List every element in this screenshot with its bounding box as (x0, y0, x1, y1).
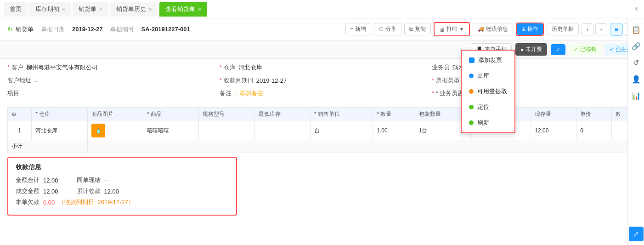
tab-check-sales[interactable]: 查看销货单 × (159, 2, 207, 17)
cumulative-value: 12.00 (104, 188, 119, 195)
sidebar-user-icon[interactable]: 👤 (629, 72, 644, 86)
transaction-value: 12.00 (43, 188, 58, 195)
payment-title: 收款信息 (16, 163, 229, 171)
confirm-icon: ✓ (556, 46, 560, 53)
sidebar-expand-icon[interactable]: ⤢ (629, 227, 644, 241)
tab-close-check[interactable]: × (198, 6, 201, 12)
print-dropdown-icon: ▼ (459, 27, 464, 32)
th-qty: * 数量 (373, 108, 415, 121)
salesperson-label: 业务员 (432, 63, 450, 72)
effective-icon: ✓ (610, 46, 614, 52)
addr-value: -- (34, 77, 38, 84)
right-sidebar: 📋 🔗 ↺ 👤 📊 ⤢ (627, 18, 644, 245)
doc-title: ↻ 销货单 (7, 25, 34, 34)
tab-inventory-init[interactable]: 库存期初 × (29, 2, 71, 17)
invoice-icon (469, 57, 475, 63)
same-order-label: 同单现结 (77, 176, 101, 184)
window-close-button[interactable]: × (633, 3, 640, 15)
date-value: 2019-12-27 (72, 26, 103, 33)
th-warehouse: * 仓库 (32, 108, 87, 121)
note-label: 备注 (220, 89, 232, 97)
payment-date-value: 2019-12-27 (256, 77, 287, 84)
customer-label: 客户 (7, 63, 23, 72)
customer-field: 客户 柳州粤港平安气体有限公司 (7, 63, 212, 72)
sidebar-copy-icon[interactable]: 📋 (629, 22, 644, 37)
row-stock: 12.00 (531, 121, 576, 140)
dropdown-available-qty[interactable]: 可用量提取 (462, 84, 514, 99)
ticket-type-label: 票据类型 (432, 76, 460, 85)
dropdown-locate[interactable]: 定位 (462, 99, 514, 115)
project-value: -- (22, 90, 26, 97)
next-button[interactable]: › (595, 23, 607, 35)
tab-home[interactable]: 首页 (4, 2, 28, 17)
tab-sales-order[interactable]: 销货单 × (73, 2, 108, 17)
same-order-value: -- (104, 177, 108, 184)
subtotal-row: 小计 (8, 140, 637, 153)
row-qty: 1.00 (373, 121, 415, 140)
warehouse-value: 河北仓库 (238, 63, 262, 72)
history-button[interactable]: 历史单据 (547, 23, 579, 35)
refresh-label: 刷新 (477, 119, 489, 127)
operate-button[interactable]: ⊞ 操作 (517, 23, 543, 35)
locate-label: 定位 (477, 103, 489, 111)
balance-item: 本单欠款 0.00 （收款到期日: 2019-12-27） (16, 198, 134, 206)
copy-button[interactable]: ⧉ 复制 (404, 23, 431, 35)
sidebar-chart-icon[interactable]: 📊 (629, 88, 644, 103)
sidebar-refresh-icon[interactable]: ↺ (629, 55, 644, 70)
tab-bar: 首页 库存期初 × 销货单 × 销货单历史 × 查看销货单 × × (0, 0, 644, 18)
subtotal-values (87, 140, 636, 153)
available-qty-dot (469, 89, 474, 94)
logistics-button[interactable]: 🚚 物流信息 (473, 23, 513, 35)
share-button[interactable]: ⬡ 分享 (374, 23, 401, 35)
new-button[interactable]: + 新增 (345, 23, 371, 35)
data-table: ⚙ * 仓库 商品图片 * 商品 规格型号 最低库存 * 销售单位 * 数量 包… (7, 107, 637, 153)
th-unit: * 销售单位 (310, 108, 373, 121)
view-list-button[interactable]: ≡ (610, 23, 623, 36)
th-spec: 规格型号 (199, 108, 254, 121)
tab-sales-history[interactable]: 销货单历史 × (110, 2, 158, 17)
no-label: 单据编号 (110, 25, 134, 34)
doc-title-text: 销货单 (16, 25, 34, 34)
operate-highlight: ⊞ 操作 (516, 23, 544, 36)
confirm-button[interactable]: ✓ (551, 44, 565, 55)
customer-value: 柳州粤港平安气体有限公司 (26, 63, 98, 72)
dropdown-refresh[interactable]: 刷新 (462, 115, 514, 131)
tab-close-history[interactable]: × (149, 6, 152, 12)
sidebar-link-icon[interactable]: 🔗 (629, 39, 644, 53)
tab-close-inventory[interactable]: × (62, 6, 65, 12)
warehouse-field: 仓库 河北仓库 (220, 63, 424, 72)
payment-row-3: 本单欠款 0.00 （收款到期日: 2019-12-27） (16, 198, 229, 206)
dropdown-add-invoice[interactable]: 添加发票 (462, 52, 514, 68)
content-area: ↻ 销货单 单据日期 2019-12-27 单据编号 SA-20191227-0… (0, 18, 644, 245)
payment-section: 收款信息 金额合计 12.00 同单现结 -- 成交金额 12.00 累计收款 (7, 157, 237, 216)
balance-note: （收款到期日: 2019-12-27） (58, 198, 134, 206)
warehouse-label: 仓库 (220, 63, 236, 72)
th-product: * 商品 (143, 108, 198, 121)
product-image: 🧴 (91, 124, 105, 137)
amount-total-item: 金额合计 12.00 (16, 176, 58, 184)
tab-close-sales[interactable]: × (99, 6, 102, 12)
share-icon: ⬡ (379, 26, 384, 32)
row-unit: 台 (310, 121, 373, 140)
add-note-button[interactable]: + 添加备注 (234, 89, 263, 97)
note-field: 备注 + 添加备注 (220, 89, 424, 97)
print-icon: 🖨 (440, 27, 445, 32)
ticket-icon: ● (520, 46, 524, 53)
dropdown-outbound[interactable]: 出库 (462, 68, 514, 84)
not-open-button[interactable]: ● 未开票 (515, 43, 547, 56)
balance-label: 本单欠款 (16, 198, 40, 206)
form-row-2: 客户地址 -- 收款到期日 2019-12-27 票据类型 不开票 (7, 76, 637, 85)
prev-button[interactable]: ‹ (582, 23, 593, 35)
balance-value: 0.00 (43, 199, 55, 206)
row-index: 1 (8, 121, 32, 140)
add-invoice-label: 添加发票 (478, 56, 502, 64)
doc-actions: + 新增 ⬡ 分享 ⧉ 复制 🖨 打印 ▼ (345, 22, 637, 36)
form-row-1: 客户 柳州粤港平安气体有限公司 仓库 河北仓库 业务员 演示账号 (7, 63, 637, 72)
cancelled-status: ✓ 已核销 (569, 44, 601, 55)
addr-field: 客户地址 -- (7, 76, 212, 85)
row-image: 🧴 (87, 121, 143, 140)
project-label: 项目 (7, 89, 19, 97)
transaction-label: 成交金额 (16, 187, 40, 195)
refresh-dot (469, 120, 474, 125)
print-button[interactable]: 🖨 打印 ▼ (435, 23, 469, 35)
